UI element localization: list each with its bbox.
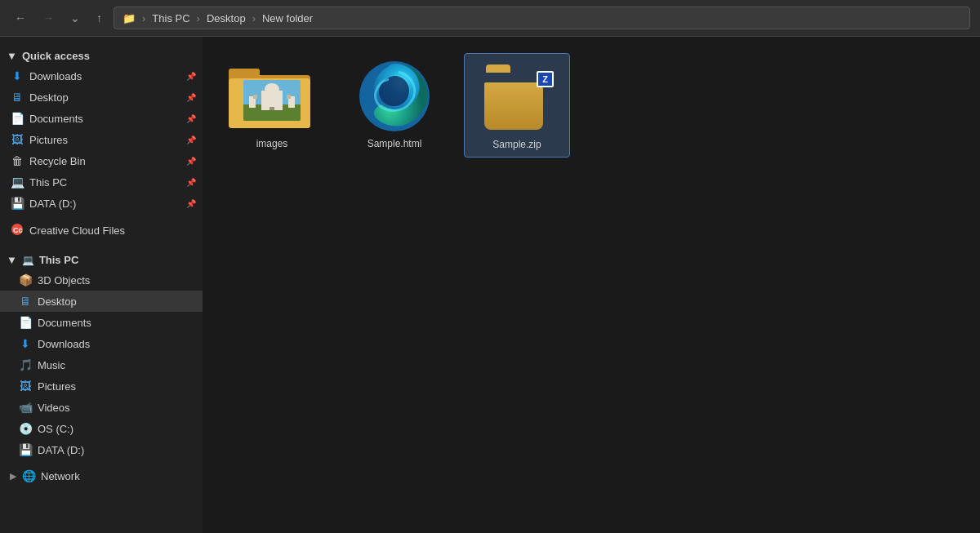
- music-icon: 🎵: [18, 358, 33, 371]
- pin-icon: 📌: [186, 178, 196, 187]
- pictures-icon: 🖼: [10, 133, 24, 146]
- up-button[interactable]: ↑: [91, 8, 107, 28]
- thispc-section-icon: 💻: [22, 255, 34, 266]
- folder-svg: [227, 62, 317, 131]
- address-separator: ›: [142, 12, 145, 24]
- sidebar-item-network[interactable]: ▶ 🌐 Network: [0, 465, 203, 486]
- this-pc-header[interactable]: ▼ 💻 This PC: [0, 247, 203, 269]
- sidebar-item-qa-data[interactable]: 💾 DATA (D:) 📌: [0, 193, 203, 214]
- sidebar-item-pictures[interactable]: 🖼 Pictures: [0, 375, 203, 397]
- sidebar-item-desktop-label: Desktop: [38, 295, 196, 308]
- sidebar-item-qa-desktop-label: Desktop: [29, 91, 181, 104]
- address-segment-newfolder[interactable]: New folder: [262, 12, 313, 24]
- zip-badge: Z: [537, 71, 554, 87]
- address-root-icon: 📁: [122, 12, 136, 24]
- title-bar: ← → ⌄ ↑ 📁 › This PC › Desktop › New fold…: [0, 0, 980, 37]
- sidebar-item-qa-downloads-label: Downloads: [29, 70, 181, 82]
- svg-text:Cc: Cc: [13, 226, 23, 234]
- desktop-section-icon: 🖥: [18, 295, 33, 308]
- sidebar-item-datad-label: DATA (D:): [38, 444, 196, 456]
- address-bar[interactable]: 📁 › This PC › Desktop › New folder: [114, 7, 970, 29]
- address-segment-thispc[interactable]: This PC: [152, 12, 189, 24]
- quick-access-label: Quick access: [22, 50, 90, 62]
- edge-svg: [358, 60, 431, 133]
- sidebar-item-qa-thispc[interactable]: 💻 This PC 📌: [0, 171, 203, 193]
- sidebar-item-qa-pictures-label: Pictures: [29, 134, 181, 146]
- svg-rect-10: [270, 107, 274, 110]
- file-item-zip[interactable]: Z Sample.zip: [464, 53, 570, 158]
- sidebar-item-qa-documents[interactable]: 📄 Documents 📌: [0, 108, 203, 129]
- sidebar-item-qa-pictures[interactable]: 🖼 Pictures 📌: [0, 129, 203, 150]
- forward-button[interactable]: →: [38, 8, 59, 28]
- pin-icon: 📌: [186, 72, 196, 81]
- main-content: ▼ Quick access ⬇ Downloads 📌 🖥 Desktop 📌…: [0, 37, 980, 533]
- file-item-html[interactable]: Sample.html: [341, 53, 448, 158]
- html-file-icon: [350, 60, 439, 133]
- sidebar-item-network-label: Network: [41, 470, 196, 482]
- sidebar-item-3d-label: 3D Objects: [38, 274, 196, 286]
- recycle-icon: 🗑: [10, 154, 24, 167]
- thispc-expand-icon: ▼: [7, 254, 17, 266]
- sidebar-item-qa-recycle[interactable]: 🗑 Recycle Bin 📌: [0, 150, 203, 171]
- svg-rect-3: [229, 69, 260, 80]
- desktop-icon: 🖥: [10, 91, 24, 104]
- sidebar-item-osc[interactable]: 💿 OS (C:): [0, 418, 203, 439]
- zip-folder-base: [484, 82, 543, 130]
- docs-section-icon: 📄: [18, 316, 33, 329]
- sidebar-item-creative-cloud-label: Creative Cloud Files: [29, 224, 196, 237]
- pin-icon: 📌: [186, 199, 196, 208]
- data-icon: 💾: [10, 197, 24, 210]
- sidebar-item-music[interactable]: 🎵 Music: [0, 354, 203, 375]
- sidebar-item-documents[interactable]: 📄 Documents: [0, 312, 203, 333]
- address-separator: ›: [197, 12, 200, 24]
- sidebar-item-qa-thispc-label: This PC: [29, 176, 181, 189]
- images-label: images: [256, 138, 288, 149]
- back-button[interactable]: ←: [10, 8, 31, 28]
- address-segment-desktop[interactable]: Desktop: [207, 12, 246, 24]
- datad-icon: 💾: [18, 443, 33, 456]
- osc-icon: 💿: [18, 422, 33, 435]
- sidebar-item-videos[interactable]: 📹 Videos: [0, 397, 203, 418]
- zip-label: Sample.zip: [492, 139, 541, 150]
- sidebar-item-downloads-label: Downloads: [38, 338, 196, 350]
- file-item-images[interactable]: images: [219, 53, 325, 158]
- sidebar-item-documents-label: Documents: [38, 317, 196, 329]
- sidebar-item-qa-desktop[interactable]: 🖥 Desktop 📌: [0, 87, 203, 108]
- svg-rect-13: [253, 95, 257, 99]
- downloads-section-icon: ⬇: [18, 337, 33, 350]
- sidebar-item-osc-label: OS (C:): [38, 423, 196, 435]
- zip-file-icon: Z: [472, 60, 562, 134]
- sidebar-item-qa-documents-label: Documents: [29, 113, 181, 125]
- network-icon: 🌐: [21, 469, 36, 482]
- documents-icon: 📄: [10, 112, 24, 125]
- quick-access-expand-icon: ▼: [7, 50, 17, 62]
- this-pc-label: This PC: [39, 254, 78, 266]
- pin-icon: 📌: [186, 157, 196, 166]
- svg-rect-14: [287, 95, 291, 99]
- images-folder-icon: [227, 60, 317, 133]
- network-expand-icon: ▶: [10, 471, 16, 482]
- creative-cloud-icon: Cc: [10, 223, 24, 238]
- sidebar-item-3d-objects[interactable]: 📦 3D Objects: [0, 269, 203, 291]
- address-separator: ›: [252, 12, 256, 24]
- pictures-section-icon: 🖼: [18, 380, 33, 393]
- sidebar-item-music-label: Music: [38, 359, 196, 371]
- sidebar-item-desktop[interactable]: 🖥 Desktop: [0, 291, 203, 312]
- pin-icon: 📌: [186, 135, 196, 144]
- pin-icon: 📌: [186, 93, 196, 102]
- html-label: Sample.html: [368, 138, 422, 149]
- thispc-icon: 💻: [10, 175, 24, 189]
- sidebar-item-pictures-label: Pictures: [38, 380, 196, 393]
- downloads-icon: ⬇: [10, 69, 24, 82]
- sidebar-item-downloads[interactable]: ⬇ Downloads: [0, 333, 203, 354]
- file-area[interactable]: images: [203, 37, 980, 533]
- sidebar-item-datad[interactable]: 💾 DATA (D:): [0, 439, 203, 460]
- pin-icon: 📌: [186, 114, 196, 123]
- 3d-icon: 📦: [18, 273, 33, 286]
- sidebar-item-qa-downloads[interactable]: ⬇ Downloads 📌: [0, 65, 203, 87]
- quick-access-header[interactable]: ▼ Quick access: [0, 43, 203, 65]
- sidebar-item-creative-cloud[interactable]: Cc Creative Cloud Files: [0, 219, 203, 242]
- sidebar: ▼ Quick access ⬇ Downloads 📌 🖥 Desktop 📌…: [0, 37, 203, 533]
- recent-button[interactable]: ⌄: [65, 8, 85, 28]
- svg-point-9: [265, 83, 279, 95]
